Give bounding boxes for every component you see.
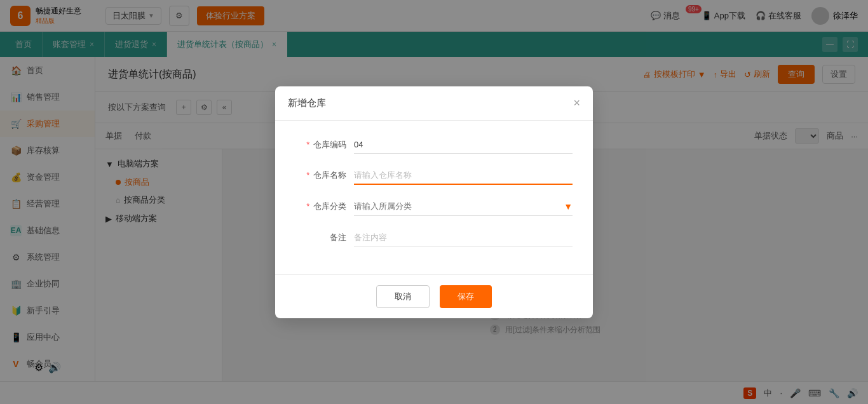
category-required-star: * [306, 201, 309, 211]
category-label: * 仓库分类 [295, 201, 346, 212]
modal-close-button[interactable]: × [573, 97, 580, 110]
form-row-note: 备注 [295, 229, 573, 246]
modal-footer: 取消 保存 [275, 274, 593, 318]
code-label-text: 仓库编码 [313, 140, 346, 149]
category-dropdown-icon[interactable]: ▼ [564, 201, 573, 212]
note-label-text: 备注 [330, 232, 346, 242]
form-row-category: * 仓库分类 ▼ [295, 198, 573, 216]
cancel-button[interactable]: 取消 [376, 285, 430, 308]
modal-header: 新增仓库 × [275, 86, 593, 121]
category-input[interactable] [354, 201, 564, 211]
modal-body: * 仓库编码 * 仓库名称 * 仓库分类 [275, 121, 593, 274]
note-input[interactable] [354, 229, 573, 246]
category-select-row: ▼ [354, 198, 573, 216]
modal-overlay: 新增仓库 × * 仓库编码 * 仓库名称 [0, 0, 868, 404]
name-input[interactable] [354, 166, 573, 185]
note-label: 备注 [295, 232, 346, 243]
code-label: * 仓库编码 [295, 139, 346, 151]
code-required-star: * [306, 140, 309, 149]
save-button[interactable]: 保存 [440, 285, 492, 308]
code-input[interactable] [354, 136, 573, 154]
form-row-code: * 仓库编码 [295, 136, 573, 154]
name-label-text: 仓库名称 [313, 170, 346, 180]
form-row-name: * 仓库名称 [295, 166, 573, 185]
new-warehouse-modal: 新增仓库 × * 仓库编码 * 仓库名称 [275, 86, 593, 318]
name-required-star: * [306, 170, 309, 180]
modal-title: 新增仓库 [288, 97, 326, 109]
category-label-text: 仓库分类 [313, 201, 346, 211]
name-label: * 仓库名称 [295, 170, 346, 181]
